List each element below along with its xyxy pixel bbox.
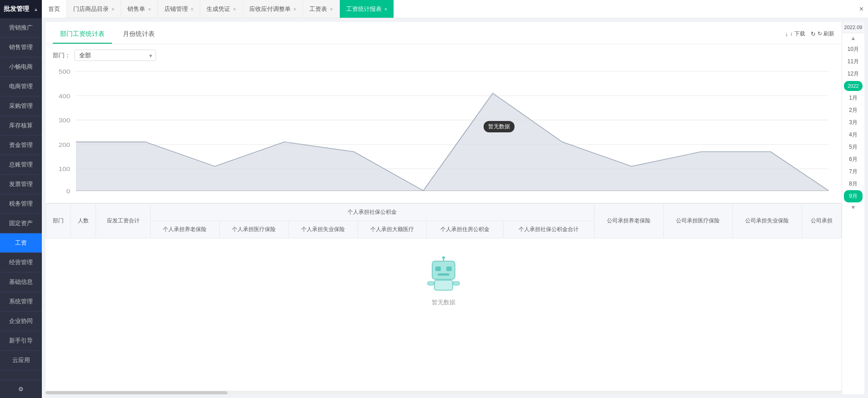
data-table: 部门 人数 应发工资合计 个人承担社保公积金 公司承担养老保险 公司承担医疗保险… [45, 203, 842, 238]
top-tab-label: 工资表 [309, 5, 327, 13]
svg-text:300: 300 [59, 117, 71, 124]
th-personal-total: 个人承担社保公积金合计 [503, 221, 594, 238]
right-panel-month-12月[interactable]: 12月 [842, 68, 864, 80]
top-tab-销售单[interactable]: 销售单× [121, 0, 157, 18]
right-panel-month-3月[interactable]: 3月 [842, 116, 864, 129]
right-panel-down-arrow[interactable]: ▼ [842, 202, 864, 212]
right-panel-up-arrow[interactable]: ▲ [842, 33, 864, 43]
close-all-tabs-button[interactable]: × [859, 5, 863, 13]
sidebar-item-库存核算[interactable]: 库存核算 [0, 116, 42, 136]
refresh-button[interactable]: ↻ ↻ 刷新 [811, 30, 834, 38]
right-panel-month-7月[interactable]: 7月 [842, 166, 864, 178]
tab-close-icon[interactable]: × [111, 6, 114, 12]
chart-svg: 500 400 300 200 100 0 [53, 66, 834, 203]
right-panel-month-9月[interactable]: 9月 [844, 190, 863, 202]
sub-tab-list: 部门工资统计表月份统计表 [53, 27, 166, 44]
download-button[interactable]: ↓ ↓ 下载 [785, 30, 805, 38]
download-icon: ↓ [785, 30, 788, 37]
top-tabs-actions: × [855, 5, 868, 13]
top-tab-应收应付调整单[interactable]: 应收应付调整单× [243, 0, 303, 18]
sub-tab-部门工资统计表[interactable]: 部门工资统计表 [53, 27, 112, 44]
right-panel-month-11月[interactable]: 11月 [842, 55, 864, 68]
svg-text:500: 500 [59, 68, 71, 75]
svg-rect-14 [435, 267, 441, 271]
sidebar-item-小畅电商[interactable]: 小畅电商 [0, 57, 42, 77]
right-panel-month-1月[interactable]: 1月 [842, 92, 864, 104]
sidebar-item-固定资产[interactable]: 固定资产 [0, 214, 42, 233]
th-personal-pension: 个人承担养老保险 [150, 221, 219, 238]
sidebar-item-经营管理[interactable]: 经营管理 [0, 253, 42, 272]
sidebar-item-税务管理[interactable]: 税务管理 [0, 194, 42, 214]
top-tab-label: 店铺管理 [164, 5, 188, 13]
tab-close-icon[interactable]: × [233, 6, 236, 12]
top-tab-店铺管理[interactable]: 店铺管理× [158, 0, 200, 18]
tab-close-icon[interactable]: × [293, 6, 296, 12]
table-area[interactable]: 部门 人数 应发工资合计 个人承担社保公积金 公司承担养老保险 公司承担医疗保险… [45, 203, 842, 391]
sidebar-item-电商管理[interactable]: 电商管理 [0, 77, 42, 96]
sidebar-header[interactable]: 批发管理 ▲ [0, 0, 42, 18]
no-data-container: 暂无数据 [45, 238, 842, 325]
sidebar-item-发票管理[interactable]: 发票管理 [0, 175, 42, 194]
sidebar-item-基础信息[interactable]: 基础信息 [0, 272, 42, 292]
tab-close-icon[interactable]: × [191, 6, 193, 12]
sidebar-item-资金管理[interactable]: 资金管理 [0, 136, 42, 155]
sidebar-item-新手引导[interactable]: 新手引导 [0, 331, 42, 351]
sidebar-item-云应用[interactable]: 云应用 [0, 351, 42, 370]
gear-icon: ⚙ [18, 386, 24, 393]
top-tab-label: 销售单 [127, 5, 145, 13]
sub-tabs: 部门工资统计表月份统计表 ↓ ↓ 下载 ↻ ↻ 刷新 [45, 22, 842, 44]
right-panel-month-2月[interactable]: 2月 [842, 104, 864, 116]
right-panel: 2022.09 ▲ 10月11月12月20221月2月3月4月5月6月7月8月9… [842, 22, 864, 394]
right-panel-month-10月[interactable]: 10月 [842, 43, 864, 55]
table-scrollbar-thumb[interactable] [45, 391, 227, 394]
top-tab-生成凭证[interactable]: 生成凭证× [200, 0, 242, 18]
th-company-pension: 公司承担养老保险 [594, 204, 663, 238]
sidebar-item-采购管理[interactable]: 采购管理 [0, 96, 42, 116]
top-tab-list: 首页门店商品目录×销售单×店铺管理×生成凭证×应收应付调整单×工资表×工资统计报… [42, 0, 394, 18]
svg-rect-19 [434, 280, 453, 290]
svg-text:100: 100 [59, 166, 71, 173]
top-tabs: 首页门店商品目录×销售单×店铺管理×生成凭证×应收应付调整单×工资表×工资统计报… [42, 0, 868, 18]
sidebar-item-销售管理[interactable]: 销售管理 [0, 38, 42, 57]
right-panel-month-8月[interactable]: 8月 [842, 178, 864, 190]
top-tab-label: 工资统计报表 [346, 5, 382, 13]
chart-area: 500 400 300 200 100 0 [45, 66, 842, 203]
svg-text:400: 400 [59, 93, 71, 100]
th-company-unemployment: 公司承担失业保险 [732, 204, 802, 238]
tab-close-icon[interactable]: × [384, 6, 387, 12]
right-panel-month-5月[interactable]: 5月 [842, 141, 864, 153]
top-tab-工资统计报表[interactable]: 工资统计报表× [340, 0, 394, 18]
tab-close-icon[interactable]: × [148, 6, 151, 12]
top-tab-label: 生成凭证 [207, 5, 230, 13]
svg-text:200: 200 [59, 141, 71, 148]
right-panel-year-2022[interactable]: 2022 [844, 81, 863, 91]
svg-rect-16 [438, 273, 449, 276]
svg-point-18 [442, 257, 445, 259]
sidebar-item-营销推广[interactable]: 营销推广 [0, 18, 42, 38]
table-scrollbar[interactable] [45, 391, 842, 394]
sidebar-title: 批发管理 [4, 5, 29, 13]
right-panel-month-4月[interactable]: 4月 [842, 129, 864, 141]
top-tab-门店商品目录[interactable]: 门店商品目录× [67, 0, 121, 18]
sidebar-item-工资[interactable]: 工资 [0, 233, 42, 253]
sub-tab-月份统计表[interactable]: 月份统计表 [116, 27, 162, 44]
right-panel-month-6月[interactable]: 6月 [842, 153, 864, 166]
tab-close-icon[interactable]: × [330, 6, 333, 12]
sidebar-item-总账管理[interactable]: 总账管理 [0, 155, 42, 175]
top-tab-首页[interactable]: 首页 [42, 0, 67, 18]
content-area: 部门工资统计表月份统计表 ↓ ↓ 下载 ↻ ↻ 刷新 部门： [42, 18, 868, 398]
sidebar-items: 营销推广销售管理小畅电商电商管理采购管理库存核算资金管理总账管理发票管理税务管理… [0, 18, 42, 370]
sidebar-item-企业协同[interactable]: 企业协同 [0, 312, 42, 331]
svg-text:0: 0 [66, 188, 71, 195]
th-personal-medical: 个人承担医疗保险 [219, 221, 288, 238]
sidebar-collapse-icon[interactable]: ▲ [34, 7, 38, 12]
department-filter-label: 部门： [53, 51, 71, 60]
svg-rect-21 [453, 282, 459, 285]
top-tab-工资表[interactable]: 工资表× [303, 0, 339, 18]
th-personal-housing-fund: 个人承担住房公积金 [427, 221, 503, 238]
sidebar-item-系统管理[interactable]: 系统管理 [0, 292, 42, 312]
department-select[interactable]: 全部 [74, 50, 156, 61]
sidebar: 批发管理 ▲ 营销推广销售管理小畅电商电商管理采购管理库存核算资金管理总账管理发… [0, 0, 42, 398]
th-company-medical: 公司承担医疗保险 [663, 204, 732, 238]
sidebar-settings-button[interactable]: ⚙ [0, 380, 42, 398]
